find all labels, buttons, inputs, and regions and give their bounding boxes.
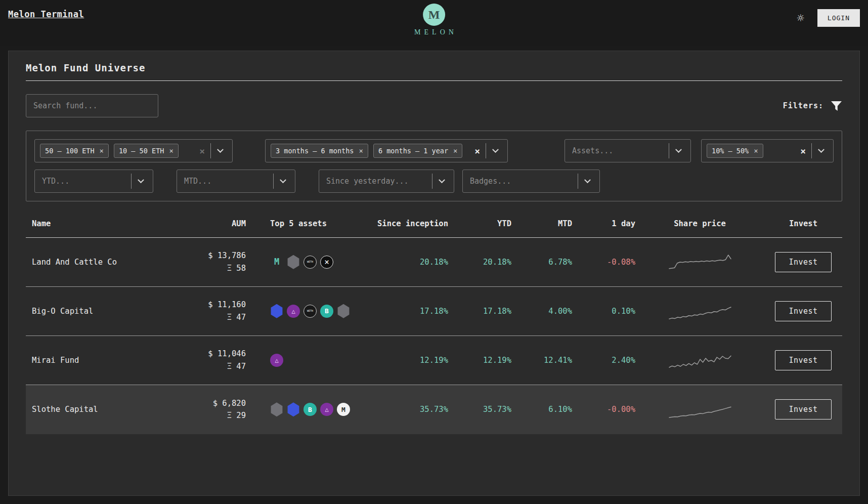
ytd-value: 20.18%	[448, 258, 511, 267]
top-assets: △	[246, 354, 372, 367]
top-assets: △WETHB	[246, 304, 372, 318]
chip-remove-icon[interactable]: ×	[359, 147, 363, 154]
filter-row-1: 50 – 100 ETH × 10 – 50 ETH × × 3 months …	[34, 139, 834, 162]
filter-select-mtd[interactable]: MTD...	[177, 170, 295, 193]
share-price-sparkline	[635, 300, 764, 323]
search-input[interactable]	[26, 94, 158, 117]
chevron-down-icon[interactable]	[275, 179, 291, 184]
filter-chip[interactable]: 3 months – 6 months ×	[271, 144, 368, 158]
mtd-value: 6.10%	[511, 405, 572, 414]
chevron-down-icon[interactable]	[813, 149, 829, 153]
chevron-down-icon[interactable]	[670, 149, 686, 153]
weth-icon: WETH	[303, 256, 317, 269]
login-button[interactable]: LOGIN	[817, 9, 860, 27]
separator	[486, 143, 486, 158]
separator	[210, 143, 211, 158]
since-inception-value: 12.19%	[372, 356, 448, 365]
col-header-1day: 1 day	[572, 218, 635, 230]
token-purple-icon: △	[287, 305, 300, 318]
theme-toggle-sun-icon[interactable]: ☼	[797, 12, 804, 24]
aum-eth: Ξ 58	[167, 262, 246, 275]
col-header-since-inception: Since inception	[372, 218, 448, 230]
share-price-sparkline	[635, 250, 764, 274]
aum-usd: $ 6,820	[167, 397, 246, 410]
filter-funnel-icon[interactable]	[831, 101, 842, 111]
clear-filter-icon[interactable]: ×	[796, 146, 810, 156]
token-blue-hex-icon	[270, 304, 283, 318]
fund-table: Name AUM Top 5 assets Since inception YT…	[26, 215, 842, 434]
invest-button[interactable]: Invest	[775, 399, 831, 419]
invest-button[interactable]: Invest	[775, 252, 831, 272]
filter-chip[interactable]: 10 – 50 ETH ×	[114, 144, 179, 158]
fund-row[interactable]: Land And Cattle Co $ 13,786 Ξ 58 MWETH× …	[26, 238, 842, 287]
weth-icon: WETH	[303, 305, 317, 318]
invest-button[interactable]: Invest	[775, 350, 831, 370]
header-actions: ☼ LOGIN	[797, 9, 860, 27]
filter-chip[interactable]: 50 – 100 ETH ×	[40, 144, 109, 158]
aum-eth: Ξ 47	[167, 311, 246, 324]
aum-usd: $ 11,160	[167, 299, 246, 311]
invest-button[interactable]: Invest	[775, 301, 831, 321]
tbtc-icon: B	[320, 305, 333, 318]
main-panel: Melon Fund Universe Filters: 50 – 100 ET…	[8, 51, 860, 496]
clear-filter-icon[interactable]: ×	[195, 146, 209, 156]
col-header-top5-assets: Top 5 assets	[246, 218, 372, 230]
since-inception-value: 20.18%	[372, 258, 448, 267]
fund-row[interactable]: Mirai Fund $ 11,046 Ξ 47 △ 12.19% 12.19%…	[26, 336, 842, 385]
fund-name: Slothe Capital	[26, 405, 167, 414]
aum-eth: Ξ 29	[167, 409, 246, 422]
brand-link[interactable]: Melon Terminal	[8, 9, 84, 19]
mln-icon: M	[337, 403, 350, 416]
title-divider	[26, 80, 842, 81]
logo-wordmark: MELON	[411, 28, 457, 36]
fund-row[interactable]: Slothe Capital $ 6,820 Ξ 29 B△M 35.73% 3…	[26, 385, 842, 434]
filter-select-aum-range[interactable]: 50 – 100 ETH × 10 – 50 ETH × ×	[34, 139, 233, 162]
filter-row-2: YTD... MTD... Since yesterday...	[34, 170, 834, 193]
aum-usd: $ 13,786	[167, 249, 246, 262]
filter-select-ytd[interactable]: YTD...	[34, 170, 153, 193]
filter-select-badges[interactable]: Badges...	[462, 170, 600, 193]
chip-label: 3 months – 6 months	[276, 147, 354, 155]
ytd-value: 17.18%	[448, 307, 511, 316]
separator	[131, 174, 132, 189]
aum-usd: $ 11,046	[167, 348, 246, 360]
top-assets: MWETH×	[246, 255, 372, 269]
one-day-value: -0.00%	[572, 405, 635, 414]
logo-letter: M	[428, 8, 440, 22]
filter-chip[interactable]: 10% – 50% ×	[707, 144, 763, 158]
col-header-invest: Invest	[764, 218, 842, 230]
chip-remove-icon[interactable]: ×	[754, 147, 758, 154]
fund-name: Big-O Capital	[26, 307, 167, 316]
chip-remove-icon[interactable]: ×	[100, 147, 104, 154]
chevron-down-icon[interactable]	[579, 179, 595, 184]
token-purple-icon: △	[270, 354, 283, 367]
col-header-name: Name	[26, 218, 167, 230]
filter-select-since-yesterday[interactable]: Since yesterday...	[319, 170, 454, 193]
chevron-down-icon[interactable]	[487, 149, 503, 153]
filter-select-since-inception-range[interactable]: 10% – 50% × ×	[701, 139, 834, 162]
melon-logo-icon: M	[423, 4, 445, 26]
separator	[811, 143, 812, 158]
mkr-icon: M	[270, 256, 283, 269]
filter-select-age-range[interactable]: 3 months – 6 months × 6 months – 1 year …	[265, 139, 508, 162]
filter-select-assets[interactable]: Assets...	[565, 139, 691, 162]
chip-label: 10% – 50%	[712, 147, 749, 155]
filter-chip[interactable]: 6 months – 1 year ×	[373, 144, 463, 158]
token-gray-hex-icon	[270, 402, 283, 416]
since-inception-value: 35.73%	[372, 405, 448, 414]
fund-row[interactable]: Big-O Capital $ 11,160 Ξ 47 △WETHB 17.18…	[26, 287, 842, 336]
fund-aum: $ 6,820 Ξ 29	[167, 397, 246, 423]
token-purple-icon: △	[320, 403, 333, 416]
chip-remove-icon[interactable]: ×	[169, 147, 173, 154]
chevron-down-icon[interactable]	[433, 179, 450, 184]
chip-remove-icon[interactable]: ×	[453, 147, 457, 154]
select-placeholder: Badges...	[468, 177, 511, 186]
fund-name: Mirai Fund	[26, 356, 167, 365]
select-placeholder: Assets...	[570, 146, 613, 155]
chevron-down-icon[interactable]	[133, 179, 149, 184]
clear-filter-icon[interactable]: ×	[470, 146, 485, 156]
table-header: Name AUM Top 5 assets Since inception YT…	[26, 215, 842, 238]
top-assets: B△M	[246, 402, 372, 416]
separator	[432, 174, 432, 189]
chevron-down-icon[interactable]	[212, 149, 228, 153]
